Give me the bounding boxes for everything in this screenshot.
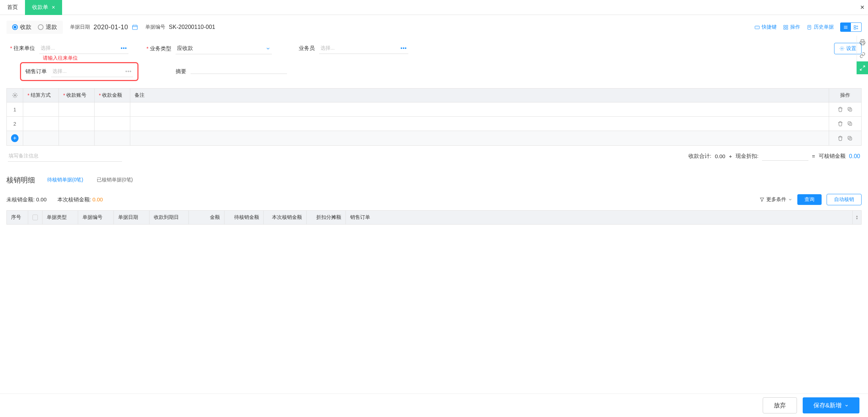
- clerk-select[interactable]: 选择... •••: [319, 43, 408, 54]
- partner-field: *往来单位 选择... ••• 请输入往来单位: [6, 43, 128, 54]
- svg-rect-11: [786, 27, 788, 29]
- col-doc-no: 单据编号: [78, 211, 114, 224]
- col-discount-amount: 折扣分摊额: [307, 211, 346, 224]
- delete-icon[interactable]: [838, 136, 843, 141]
- top-bar: 收款 退款 单据日期 2020-01-10 单据编号 SK-20200110-0…: [6, 19, 862, 36]
- col-amount: 金额: [189, 211, 224, 224]
- verification-header: 核销明细 待核销单据(0笔) 已核销单据(0笔): [6, 175, 862, 185]
- remark-input[interactable]: 填写备注信息: [8, 151, 122, 162]
- document-icon: [807, 25, 812, 30]
- tab-done-verify[interactable]: 已核销单据(0笔): [95, 175, 134, 185]
- summary-calc: 收款合计: 0.00 + 现金折扣: = 可核销金额 0.00: [688, 152, 860, 161]
- biztype-label: *业务类型: [143, 45, 171, 52]
- row-actions: [829, 131, 861, 145]
- operate-button[interactable]: 操作: [783, 24, 800, 30]
- printer-icon: [859, 39, 866, 45]
- add-row-button[interactable]: +: [11, 134, 19, 142]
- more-conditions-button[interactable]: 更多条件: [760, 196, 792, 203]
- copy-icon[interactable]: [847, 136, 853, 141]
- tab-receipt[interactable]: 收款单 ×: [25, 0, 62, 15]
- table-row: 2: [7, 117, 861, 131]
- verifiable-label: 可核销金额: [819, 153, 846, 160]
- sort-column[interactable]: ▲ ▼: [853, 211, 861, 224]
- col-remark-header: 备注: [130, 89, 829, 102]
- form-row-2: 销售订单 选择... ••• 摘要: [6, 62, 862, 81]
- gear-icon: [12, 92, 18, 98]
- unverified-amount: 未核销金额: 0.00: [6, 196, 47, 203]
- remark-cell[interactable]: [130, 102, 829, 116]
- view-card-button[interactable]: [851, 22, 862, 32]
- checkbox-icon: [32, 215, 38, 220]
- calendar-icon[interactable]: [132, 24, 138, 30]
- remark-cell[interactable]: [130, 117, 829, 131]
- sidebar-expand-button[interactable]: [857, 61, 868, 74]
- tab-pending-verify[interactable]: 待核销单据(0笔): [46, 175, 85, 185]
- tab-home[interactable]: 首页: [0, 0, 25, 15]
- biztype-select[interactable]: 应收款: [176, 43, 272, 54]
- expand-icon: [859, 65, 866, 71]
- close-icon[interactable]: ×: [52, 4, 55, 11]
- keyboard-icon: [755, 25, 760, 30]
- form-row-1: *往来单位 选择... ••• 请输入往来单位 *业务类型 应收款 业务员 选择…: [6, 43, 862, 54]
- row-actions: [829, 102, 861, 116]
- svg-rect-21: [854, 27, 856, 29]
- sidebar-link-button[interactable]: [857, 49, 868, 61]
- verification-table: 序号 单据类型 单据编号 单据日期 收款到期日 金额 待核销金额 本次核销金额 …: [6, 210, 862, 225]
- svg-rect-10: [784, 27, 785, 29]
- amount-cell[interactable]: [95, 102, 130, 116]
- discount-input[interactable]: [762, 152, 808, 161]
- date-value[interactable]: 2020-01-10: [94, 24, 128, 31]
- row-number: 2: [7, 117, 23, 131]
- method-cell[interactable]: [23, 117, 59, 131]
- shortcut-button[interactable]: 快捷键: [755, 24, 777, 30]
- col-seq: 序号: [7, 211, 28, 224]
- col-this-amount: 本次核销金额: [264, 211, 307, 224]
- col-due-date: 收款到期日: [150, 211, 189, 224]
- plus-sign: +: [729, 153, 732, 159]
- sidebar-print-button[interactable]: [857, 36, 868, 49]
- copy-icon[interactable]: [847, 121, 853, 126]
- history-label: 历史单据: [814, 24, 834, 30]
- svg-point-7: [758, 26, 758, 27]
- partner-select[interactable]: 选择... •••: [39, 43, 128, 54]
- sort-down-icon: ▼: [856, 217, 858, 220]
- this-verify-amount: 本次核销金额: 0.00: [57, 196, 103, 203]
- placeholder-text: 选择...: [321, 45, 335, 51]
- table-footer-row: +: [7, 131, 861, 145]
- amount-cell[interactable]: [95, 117, 130, 131]
- chevron-down-icon: [788, 197, 792, 202]
- sales-order-select[interactable]: 选择... •••: [51, 66, 133, 77]
- radio-unchecked-icon: [38, 24, 44, 30]
- delete-icon[interactable]: [838, 121, 843, 126]
- delete-icon[interactable]: [838, 107, 843, 112]
- placeholder-text: 选择...: [41, 45, 55, 51]
- placeholder-text: 选择...: [52, 68, 67, 75]
- close-all-icon[interactable]: ×: [860, 3, 864, 11]
- docno-value: SK-20200110-001: [169, 24, 215, 30]
- col-doc-date: 单据日期: [114, 211, 150, 224]
- radio-label: 退款: [46, 24, 57, 31]
- radio-label: 收款: [20, 24, 31, 31]
- history-button[interactable]: 历史单据: [807, 24, 834, 30]
- view-list-button[interactable]: [840, 22, 851, 32]
- col-sales-order: 销售订单: [346, 211, 853, 224]
- account-cell[interactable]: [59, 102, 95, 116]
- radio-receive[interactable]: 收款: [12, 24, 31, 31]
- col-checkbox[interactable]: [28, 211, 42, 224]
- summary-label: 摘要: [165, 68, 186, 75]
- chevron-down-icon: [266, 46, 271, 51]
- col-account-header: *收款账号: [59, 89, 95, 102]
- svg-point-5: [756, 26, 756, 27]
- account-cell[interactable]: [59, 117, 95, 131]
- col-action-header: 操作: [829, 89, 861, 102]
- summary-input[interactable]: [191, 69, 287, 74]
- radio-refund[interactable]: 退款: [38, 24, 57, 31]
- date-field: 单据日期 2020-01-10: [70, 24, 138, 31]
- right-sidebar: [857, 36, 868, 74]
- copy-icon[interactable]: [847, 107, 853, 112]
- query-button[interactable]: 查询: [797, 194, 822, 205]
- method-cell[interactable]: [23, 102, 59, 116]
- auto-verify-button[interactable]: 自动核销: [827, 194, 862, 205]
- verification-actions: 更多条件 查询 自动核销: [760, 194, 862, 205]
- gear-column-header[interactable]: [7, 89, 23, 102]
